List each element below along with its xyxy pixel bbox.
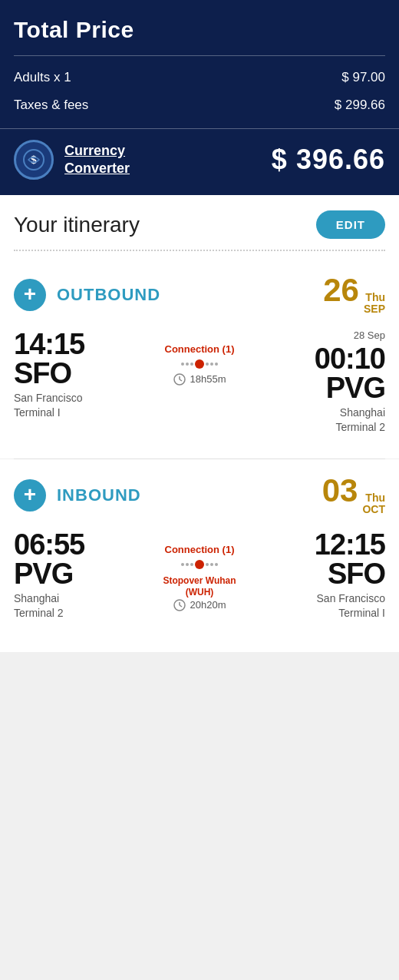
clock-icon <box>173 373 186 386</box>
outbound-label: OUTBOUND <box>57 285 160 305</box>
inbound-arr-city: San Francisco Terminal I <box>315 591 385 621</box>
outbound-segment: + OUTBOUND 26 Thu SEP 14:15 SFO San Fran… <box>0 274 399 459</box>
outbound-arr-city: Shanghai Terminal 2 <box>315 406 385 435</box>
inbound-connection: Connection (1) Stopover Wuhan(WUH) 20h20… <box>91 530 308 611</box>
currency-symbol-icon: $ <box>22 148 45 171</box>
inbound-date: 03 Thu OCT <box>322 475 385 516</box>
inbound-header: + INBOUND 03 Thu OCT <box>14 475 385 516</box>
inbound-details: 06:55 PVG Shanghai Terminal 2 Connection… <box>14 530 385 621</box>
svg-line-7 <box>180 605 182 607</box>
outbound-month: SEP <box>364 303 385 315</box>
currency-converter-row: $ Currency Converter $ 396.66 <box>0 128 399 195</box>
total-price-header: Total Price Adults x 1 $ 97.00 Taxes & f… <box>0 0 399 128</box>
inbound-dow: Thu <box>362 492 385 504</box>
outbound-arr-code: PVG <box>315 373 385 402</box>
outbound-duration-row: 18h55m <box>173 373 226 386</box>
inbound-arr-code: SFO <box>315 559 385 588</box>
inbound-dep-city: Shanghai Terminal 2 <box>14 591 84 621</box>
currency-link-line2[interactable]: Converter <box>64 160 130 177</box>
header-divider <box>14 55 385 56</box>
currency-link-line1[interactable]: Currency <box>64 142 130 160</box>
itinerary-header: Your itinerary EDIT <box>14 210 385 239</box>
outbound-left: + OUTBOUND <box>14 279 160 311</box>
taxes-amount: $ 299.66 <box>335 98 385 113</box>
inbound-connection-label: Connection (1) <box>165 544 235 555</box>
inbound-arr-time: 12:15 <box>315 530 385 559</box>
outbound-plus-icon[interactable]: + <box>14 279 46 311</box>
outbound-duration: 18h55m <box>190 373 226 385</box>
inbound-segment: + INBOUND 03 Thu OCT 06:55 PVG Shanghai … <box>0 459 399 652</box>
svg-line-4 <box>180 379 182 381</box>
outbound-arrival: 28 Sep 00:10 PVG Shanghai Terminal 2 <box>315 329 385 435</box>
outbound-departure: 14:15 SFO San Francisco Terminal I <box>14 329 84 421</box>
adults-label: Adults x 1 <box>14 70 71 85</box>
outbound-connection: Connection (1) 18h55m <box>91 329 308 386</box>
taxes-row: Taxes & fees $ 299.66 <box>14 91 385 119</box>
outbound-dep-city: San Francisco Terminal I <box>14 391 84 421</box>
itinerary-section: Your itinerary EDIT <box>0 195 399 274</box>
inbound-connection-line <box>91 560 308 569</box>
total-amount: $ 396.66 <box>272 144 385 176</box>
inbound-stopover-label: Stopover Wuhan(WUH) <box>163 575 236 599</box>
inbound-duration: 20h20m <box>190 599 226 611</box>
outbound-arr-date: 28 Sep <box>315 329 385 341</box>
outbound-connection-label: Connection (1) <box>165 343 235 355</box>
outbound-dep-time: 14:15 <box>14 329 84 359</box>
inbound-stop-dot <box>195 560 204 569</box>
outbound-date: 26 Thu SEP <box>323 274 385 316</box>
inbound-plus-icon[interactable]: + <box>14 479 46 512</box>
svg-text:$: $ <box>31 154 37 166</box>
outbound-day: 26 <box>323 274 359 306</box>
outbound-connection-line <box>91 359 308 369</box>
adults-row: Adults x 1 $ 97.00 <box>14 64 385 91</box>
inbound-label: INBOUND <box>57 485 141 505</box>
outbound-dep-code: SFO <box>14 359 84 388</box>
inbound-dep-time: 06:55 <box>14 530 84 559</box>
inbound-duration-row: 20h20m <box>173 599 226 611</box>
inbound-day: 03 <box>322 475 358 507</box>
outbound-arr-time: 00:10 <box>315 344 385 373</box>
inbound-arrival: 12:15 SFO San Francisco Terminal I <box>315 530 385 621</box>
outbound-details: 14:15 SFO San Francisco Terminal I Conne… <box>14 329 385 435</box>
outbound-header: + OUTBOUND 26 Thu SEP <box>14 274 385 316</box>
currency-icon: $ <box>14 140 54 180</box>
itinerary-divider <box>14 250 385 251</box>
connection-stop-dot <box>195 359 204 369</box>
taxes-label: Taxes & fees <box>14 98 88 113</box>
page-title: Total Price <box>14 17 385 43</box>
currency-converter-link[interactable]: Currency Converter <box>64 142 130 178</box>
outbound-dow: Thu <box>364 292 385 303</box>
adults-amount: $ 97.00 <box>341 70 385 85</box>
inbound-dep-code: PVG <box>14 559 84 588</box>
itinerary-title: Your itinerary <box>14 213 140 237</box>
inbound-left: + INBOUND <box>14 479 141 512</box>
inbound-month: OCT <box>362 504 385 515</box>
edit-button[interactable]: EDIT <box>316 210 385 239</box>
inbound-clock-icon <box>173 599 186 611</box>
inbound-departure: 06:55 PVG Shanghai Terminal 2 <box>14 530 84 621</box>
